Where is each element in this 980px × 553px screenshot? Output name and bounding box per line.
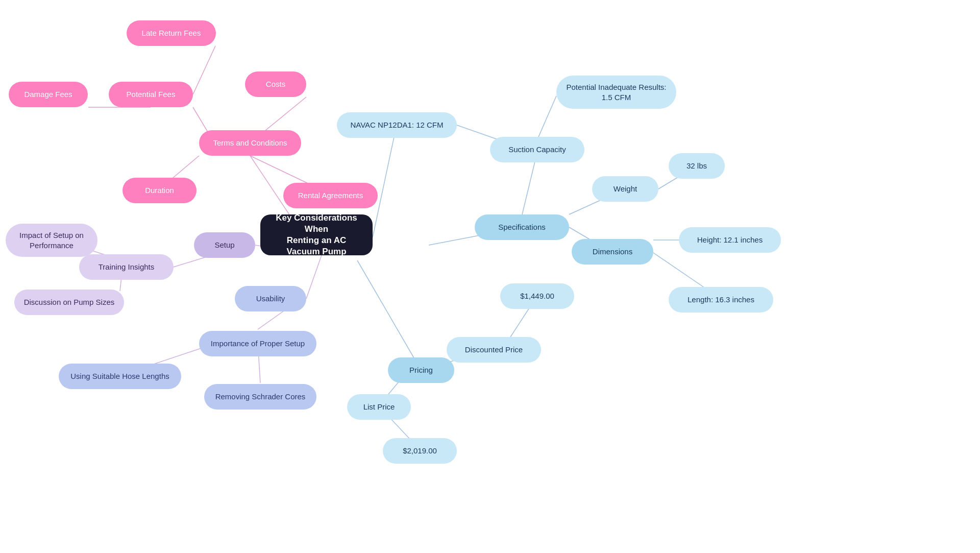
specifications-label: Specifications <box>498 222 546 232</box>
training-insights-node: Training Insights <box>79 254 174 280</box>
height-value-node: Height: 12.1 inches <box>679 227 781 253</box>
weight-node: Weight <box>592 176 658 202</box>
height-value-label: Height: 12.1 inches <box>697 235 763 245</box>
weight-value-label: 32 lbs <box>687 161 707 171</box>
rental-agreements-node: Rental Agreements <box>283 183 378 208</box>
svg-line-10 <box>193 46 215 94</box>
svg-line-2 <box>306 255 322 299</box>
terms-and-conditions-node: Terms and Conditions <box>199 130 301 156</box>
list-price-label: List Price <box>363 402 395 412</box>
usability-node: Usability <box>235 286 306 311</box>
center-node: Key Considerations When Renting an AC Va… <box>260 214 373 255</box>
svg-line-25 <box>537 96 556 140</box>
usability-label: Usability <box>256 294 285 304</box>
damage-fees-node: Damage Fees <box>9 82 88 107</box>
discounted-price-node: Discounted Price <box>447 337 541 363</box>
price-2019-label: $2,019.00 <box>403 446 437 456</box>
suction-capacity-label: Suction Capacity <box>508 145 566 155</box>
suction-capacity-node: Suction Capacity <box>490 137 584 162</box>
pricing-node: Pricing <box>388 357 454 383</box>
late-return-fees-label: Late Return Fees <box>142 28 201 38</box>
svg-line-22 <box>522 153 537 214</box>
discussion-pump-sizes-node: Discussion on Pump Sizes <box>14 290 124 315</box>
length-value-node: Length: 16.3 inches <box>669 287 773 312</box>
length-value-label: Length: 16.3 inches <box>688 295 754 305</box>
using-suitable-hose-node: Using Suitable Hose Lengths <box>59 364 181 389</box>
potential-inadequate-node: Potential Inadequate Results: 1.5 CFM <box>556 76 676 109</box>
damage-fees-label: Damage Fees <box>24 89 72 100</box>
pricing-label: Pricing <box>409 365 433 375</box>
importance-proper-setup-node: Importance of Proper Setup <box>199 331 316 356</box>
using-suitable-hose-label: Using Suitable Hose Lengths <box>70 371 169 381</box>
late-return-fees-node: Late Return Fees <box>127 20 216 46</box>
impact-setup-node: Impact of Setup on Performance <box>6 224 97 257</box>
price-1449-label: $1,449.00 <box>520 291 554 301</box>
discussion-pump-sizes-label: Discussion on Pump Sizes <box>24 297 115 307</box>
costs-label: Costs <box>266 79 285 89</box>
center-label: Key Considerations When Renting an AC Va… <box>270 212 363 257</box>
navac-label: NAVAC NP12DA1: 12 CFM <box>351 120 444 130</box>
dimensions-label: Dimensions <box>593 247 632 257</box>
svg-line-5 <box>373 125 397 237</box>
potential-fees-node: Potential Fees <box>109 82 193 107</box>
setup-node: Setup <box>194 232 255 258</box>
impact-setup-label: Impact of Setup on Performance <box>19 230 84 250</box>
list-price-node: List Price <box>347 394 411 420</box>
duration-label: Duration <box>145 185 174 196</box>
specifications-node: Specifications <box>475 214 569 240</box>
potential-fees-label: Potential Fees <box>127 89 176 100</box>
removing-schrader-cores-node: Removing Schrader Cores <box>204 384 316 410</box>
price-1449-node: $1,449.00 <box>500 283 574 309</box>
weight-value-node: 32 lbs <box>669 153 725 179</box>
costs-node: Costs <box>245 71 306 97</box>
weight-label: Weight <box>614 184 637 194</box>
svg-line-3 <box>357 260 421 370</box>
dimensions-node: Dimensions <box>572 239 653 265</box>
price-2019-node: $2,019.00 <box>383 438 457 464</box>
discounted-price-label: Discounted Price <box>465 345 523 355</box>
navac-node: NAVAC NP12DA1: 12 CFM <box>337 112 457 138</box>
rental-agreements-label: Rental Agreements <box>298 190 363 201</box>
removing-schrader-cores-label: Removing Schrader Cores <box>215 392 306 402</box>
duration-node: Duration <box>122 178 197 203</box>
training-insights-label: Training Insights <box>99 262 155 272</box>
potential-inadequate-label: Potential Inadequate Results: 1.5 CFM <box>567 82 667 102</box>
importance-proper-setup-label: Importance of Proper Setup <box>211 339 305 349</box>
terms-conditions-label: Terms and Conditions <box>213 138 287 148</box>
setup-label: Setup <box>214 240 234 250</box>
